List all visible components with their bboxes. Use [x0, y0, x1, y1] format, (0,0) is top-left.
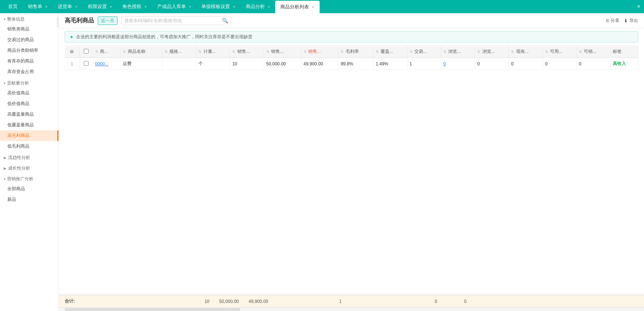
- col-sales-qty[interactable]: ⇅ 销售...: [230, 46, 264, 58]
- cell-browse1[interactable]: 0: [441, 58, 475, 70]
- col-unit[interactable]: ⇅ 计量...: [196, 46, 230, 58]
- nav-tab-home[interactable]: 首页: [3, 0, 23, 13]
- row-checkbox[interactable]: [84, 61, 89, 66]
- cell-checkbox: [79, 58, 93, 70]
- cell-sales-amount: 50,000.00: [264, 58, 301, 70]
- table-header-row: ⚙ ⇅ 商... ⇅ 商品名称: [65, 46, 638, 58]
- cell-gross-margin: 99.8%: [338, 58, 373, 70]
- col-code[interactable]: ⇅ 商...: [93, 46, 120, 58]
- overall-arrow-icon: ▾: [4, 17, 6, 21]
- cell-browse2: 0: [475, 58, 509, 70]
- col-gross-margin[interactable]: ⇅ 毛利率: [338, 46, 373, 58]
- footer-trade-count: 1: [314, 299, 344, 304]
- col-sales-cost[interactable]: ⇅ 销售...: [301, 46, 338, 58]
- sort-browse1-icon: ⇅: [443, 50, 446, 54]
- close-purchase-tab[interactable]: ×: [75, 4, 77, 9]
- sort-coverage-icon: ⇅: [376, 50, 379, 54]
- sidebar-item-high-margin[interactable]: 高毛利商品: [0, 130, 58, 141]
- close-window-icon[interactable]: ×: [637, 3, 640, 10]
- sidebar-item-low-margin[interactable]: 低毛利商品: [0, 141, 58, 152]
- col-checkbox: [79, 46, 93, 58]
- scrollbar-thumb[interactable]: [65, 308, 240, 311]
- search-input[interactable]: [125, 18, 220, 23]
- share-button[interactable]: ⎘ 分享: [606, 18, 619, 24]
- col-index: ⚙: [65, 46, 79, 58]
- nav-tab-analysis-list[interactable]: 商品分析列表 ×: [275, 1, 319, 13]
- sidebar-item-high-value[interactable]: 高价值商品: [0, 88, 58, 98]
- export-button[interactable]: ⬇ 导出: [624, 18, 638, 24]
- cell-tag: 高收入: [611, 58, 638, 70]
- sidebar-item-low-value[interactable]: 低价值商品: [0, 98, 58, 109]
- sidebar-group-overall[interactable]: ▾ 整体信息: [0, 13, 58, 24]
- sidebar-item-new-goods[interactable]: 新品: [0, 194, 58, 205]
- sidebar-item-high-coverage[interactable]: 高覆盖量商品: [0, 109, 58, 120]
- col-sales-amount[interactable]: ⇅ 销售...: [264, 46, 301, 58]
- col-available-stock[interactable]: ⇅ 可用...: [543, 46, 576, 58]
- nav-tab-permission[interactable]: 权限设置 ×: [83, 0, 117, 13]
- nav-tab-role[interactable]: 角色授权 ×: [117, 0, 152, 13]
- marketing-arrow-icon: ▾: [4, 177, 6, 181]
- col-browse1[interactable]: ⇅ 浏览...: [441, 46, 475, 58]
- cell-sales-cost: 49,900.00: [301, 58, 338, 70]
- growth-arrow-icon: ▶: [4, 166, 7, 170]
- footer-label: 合计:: [65, 298, 87, 304]
- col-tag[interactable]: 标签: [611, 46, 638, 58]
- cell-sales-qty: 10: [230, 58, 264, 70]
- sort-current-stock-icon: ⇅: [511, 50, 514, 54]
- info-banner: ✦ 企业的主要的利润都是这部分商品创造的，可考虑加大推广，同时关注库存是不要出现…: [65, 31, 638, 43]
- contribution-arrow-icon: ▾: [4, 81, 6, 85]
- footer-sales-qty: 10: [182, 299, 212, 304]
- close-sales-tab[interactable]: ×: [45, 4, 47, 9]
- page-title: 高毛利商品: [65, 17, 94, 25]
- sidebar-toggle[interactable]: «: [57, 17, 59, 27]
- col-spec[interactable]: ⇅ 规格...: [162, 46, 196, 58]
- sidebar-item-stock-capital[interactable]: 库存资金占用: [0, 66, 58, 77]
- export-icon: ⬇: [624, 18, 628, 23]
- search-icon[interactable]: 🔍: [222, 18, 228, 23]
- horizontal-scrollbar[interactable]: [59, 307, 644, 311]
- cell-spec: [162, 58, 196, 70]
- select-all-checkbox[interactable]: [84, 49, 89, 54]
- nav-tab-analysis[interactable]: 商品分析 ×: [241, 0, 275, 13]
- cell-code[interactable]: 0000...: [93, 58, 120, 70]
- col-name[interactable]: ⇅ 商品名称: [120, 46, 162, 58]
- filter-recent-month-button[interactable]: 近一月: [98, 17, 118, 25]
- sidebar-item-stock-goods[interactable]: 有库存的商品: [0, 56, 58, 66]
- close-role-tab[interactable]: ×: [144, 4, 147, 9]
- sidebar-group-marketing[interactable]: ▾ 营销推广分析: [0, 173, 58, 184]
- footer-saleable-stock: 0: [439, 299, 469, 304]
- sidebar-item-category-rate[interactable]: 商品分类助销率: [0, 45, 58, 56]
- col-saleable-stock[interactable]: ⇅ 可销...: [576, 46, 610, 58]
- search-box: 🔍: [121, 16, 231, 25]
- cell-saleable-stock: 0: [576, 58, 610, 70]
- close-template-tab[interactable]: ×: [233, 4, 235, 9]
- share-icon: ⎘: [606, 18, 609, 23]
- col-coverage[interactable]: ⇅ 覆盖...: [373, 46, 407, 58]
- sidebar-item-low-coverage[interactable]: 低覆盖量商品: [0, 120, 58, 130]
- close-product-in-tab[interactable]: ×: [189, 4, 191, 9]
- nav-tab-sales[interactable]: 销售单 ×: [23, 0, 53, 13]
- sort-unit-icon: ⇅: [198, 50, 201, 54]
- table-row: 1 0000... 运费 个 10 50,000.00 49,900.00 99…: [65, 58, 638, 70]
- nav-tab-product-in[interactable]: 产成品入库单 ×: [152, 0, 196, 13]
- cell-current-stock: 0: [509, 58, 543, 70]
- nav-tab-template[interactable]: 单据模板设置 ×: [196, 0, 240, 13]
- sidebar-group-growth[interactable]: ▶ 成长性分析: [0, 162, 58, 173]
- close-analysis-tab[interactable]: ×: [268, 4, 270, 9]
- sort-available-stock-icon: ⇅: [545, 50, 548, 54]
- sidebar-item-traded-goods[interactable]: 交易过的商品: [0, 35, 58, 45]
- nav-tab-purchase[interactable]: 进货单 ×: [53, 0, 82, 13]
- col-trade-count[interactable]: ⇅ 交易...: [407, 46, 441, 58]
- col-current-stock[interactable]: ⇅ 现有...: [509, 46, 543, 58]
- cell-name: 运费: [120, 58, 162, 70]
- info-icon: ✦: [69, 34, 74, 40]
- sidebar-item-all-goods[interactable]: 全部商品: [0, 184, 58, 194]
- close-analysis-list-tab[interactable]: ×: [312, 5, 314, 9]
- col-browse2[interactable]: ⇅ 浏览...: [475, 46, 509, 58]
- close-permission-tab[interactable]: ×: [110, 4, 112, 9]
- sidebar-group-contribution[interactable]: ▾ 贡献量分析: [0, 77, 58, 88]
- main-layout: « ▾ 整体信息 销售类商品 交易过的商品 商品分类助销率 有库存的商品 库存资…: [0, 13, 644, 311]
- settings-icon[interactable]: ⚙: [70, 49, 74, 54]
- sidebar-group-trend[interactable]: ▶ 流趋性分析: [0, 152, 58, 162]
- sidebar-item-sales-goods[interactable]: 销售类商品: [0, 24, 58, 35]
